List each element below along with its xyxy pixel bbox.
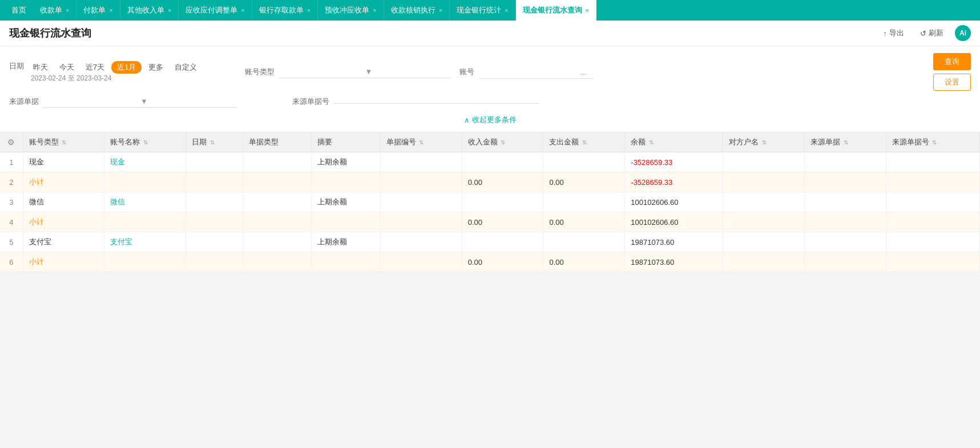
source-doc-cell (804, 152, 886, 172)
col-source-doc-no[interactable]: 来源单据号 ⇅ (886, 132, 979, 152)
sort-icon: ⇅ (143, 139, 148, 146)
nav-tab-fukuan[interactable]: 付款单 × (76, 0, 120, 21)
tab-label: 收款单 (40, 5, 62, 15)
nav-tab-other-income[interactable]: 其他收入单 × (120, 0, 179, 21)
collapse-button[interactable]: ∧ 收起更多条件 (9, 112, 971, 125)
nav-home[interactable]: 首页 (5, 0, 33, 21)
close-icon[interactable]: × (505, 7, 508, 14)
date-opt-today[interactable]: 今天 (55, 61, 79, 74)
ellipsis-icon[interactable]: ... (578, 67, 589, 76)
nav-tab-bank[interactable]: 银行存取款单 × (252, 0, 318, 21)
query-button[interactable]: 查询 (933, 53, 971, 70)
date-opt-more[interactable]: 更多 (144, 61, 168, 74)
close-icon[interactable]: × (109, 7, 112, 14)
sort-icon: ⇅ (932, 139, 937, 146)
refresh-button[interactable]: ↺ 刷新 (916, 26, 948, 41)
acct-name-cell[interactable]: 支付宝 (104, 232, 186, 252)
col-date[interactable]: 日期 ⇅ (186, 132, 243, 152)
close-icon[interactable]: × (373, 7, 376, 14)
source-doc-cell (804, 252, 886, 272)
account-type-label: 账号类型 (245, 67, 275, 77)
action-buttons: 查询 设置 (933, 53, 971, 91)
date-opt-7days[interactable]: 近7天 (81, 61, 109, 74)
expense-cell (543, 152, 625, 172)
summary-cell (312, 212, 380, 232)
date-options: 昨天 今天 近7天 近1月 更多 自定义 (29, 61, 201, 74)
nav-tab-stats[interactable]: 现金银行统计 × (450, 0, 515, 21)
date-cell (186, 212, 243, 232)
balance-cell: 19871073.60 (625, 232, 723, 252)
col-expense[interactable]: 支出金额 ⇅ (543, 132, 625, 152)
tab-label: 其他收入单 (127, 5, 164, 15)
table-row: 3微信微信上期余额100102606.60 (0, 192, 980, 212)
expense-cell: 0.00 (543, 172, 625, 192)
date-opt-custom[interactable]: 自定义 (170, 61, 201, 74)
filter-row-1: 日期 昨天 今天 近7天 近1月 更多 自定义 2023-02-24 至 202… (9, 53, 971, 91)
chevron-down-icon: ▼ (365, 67, 446, 76)
tab-label: 应收应付调整单 (185, 5, 237, 15)
col-source-doc[interactable]: 来源单据 ⇅ (804, 132, 886, 152)
close-icon[interactable]: × (241, 7, 244, 14)
tab-label: 预收冲应收单 (325, 5, 369, 15)
collapse-label: 收起更多条件 (472, 115, 517, 125)
nav-tab-prepay[interactable]: 预收冲应收单 × (318, 0, 384, 21)
counterpart-cell (723, 232, 805, 252)
doc-type-cell (243, 252, 312, 272)
account-input-wrap[interactable]: ... (479, 66, 593, 79)
col-acct-name[interactable]: 账号名称 ⇅ (104, 132, 186, 152)
date-opt-1month[interactable]: 近1月 (111, 61, 142, 74)
tab-label: 银行存取款单 (259, 5, 304, 15)
refresh-label: 刷新 (929, 28, 943, 38)
filter-row-2: 来源单据 ▼ 来源单据号 (9, 95, 971, 108)
acct-name-cell[interactable]: 现金 (104, 152, 186, 172)
account-type-select[interactable]: ▼ (279, 66, 450, 78)
doc-type-cell (243, 172, 312, 192)
chevron-down-icon: ▼ (140, 97, 233, 106)
col-acct-type[interactable]: 账号类型 ⇅ (23, 132, 104, 152)
col-balance[interactable]: 余额 ⇅ (625, 132, 723, 152)
close-icon[interactable]: × (307, 7, 310, 14)
acct-name-cell[interactable]: 微信 (104, 192, 186, 212)
date-cell (186, 232, 243, 252)
export-button[interactable]: ↑ 导出 (879, 26, 909, 41)
source-doc-no-cell (886, 212, 979, 232)
doc-type-cell (243, 232, 312, 252)
row-number: 2 (0, 172, 23, 192)
date-opt-yesterday[interactable]: 昨天 (29, 61, 53, 74)
close-icon[interactable]: × (66, 7, 69, 14)
doc-no-cell (380, 152, 462, 172)
nav-tab-adjust[interactable]: 应收应付调整单 × (179, 0, 252, 21)
home-label: 首页 (11, 5, 26, 15)
source-doc-no-label: 来源单据号 (292, 96, 329, 107)
table-row: 2小计0.000.00-3528659.33 (0, 172, 980, 192)
gear-icon[interactable]: ⚙ (7, 138, 15, 147)
source-doc-no-cell (886, 232, 979, 252)
nav-tab-cashflow[interactable]: 现金银行流水查询 × (516, 0, 596, 21)
table-row: 4小计0.000.00100102606.60 (0, 212, 980, 232)
ai-button[interactable]: Ai (955, 25, 971, 41)
row-number: 4 (0, 212, 23, 232)
close-icon[interactable]: × (439, 7, 442, 14)
source-doc-no-cell (886, 252, 979, 272)
col-counterpart[interactable]: 对方户名 ⇅ (723, 132, 805, 152)
col-doc-no[interactable]: 单据编号 ⇅ (380, 132, 462, 152)
row-number: 5 (0, 232, 23, 252)
source-doc-no-input[interactable] (334, 100, 539, 104)
nav-tab-verify[interactable]: 收款核销执行 × (384, 0, 450, 21)
acct-type-cell: 小计 (23, 212, 104, 232)
col-income[interactable]: 收入金额 ⇅ (462, 132, 543, 152)
nav-tab-shoukuan[interactable]: 收款单 × (33, 0, 76, 21)
table-row: 5支付宝支付宝上期余额19871073.60 (0, 232, 980, 252)
counterpart-cell (723, 172, 805, 192)
close-icon[interactable]: × (586, 7, 589, 14)
sort-icon: ⇅ (762, 139, 767, 146)
date-range-text: 2023-02-24 至 2023-03-24 (31, 74, 201, 83)
settings-button[interactable]: 设置 (933, 74, 971, 91)
doc-type-cell (243, 212, 312, 232)
close-icon[interactable]: × (168, 7, 171, 14)
col-gear[interactable]: ⚙ (0, 132, 23, 152)
source-doc-select[interactable]: ▼ (43, 95, 237, 108)
doc-no-cell (380, 212, 462, 232)
account-label: 账号 (459, 67, 474, 77)
collapse-arrow-icon: ∧ (464, 116, 470, 124)
